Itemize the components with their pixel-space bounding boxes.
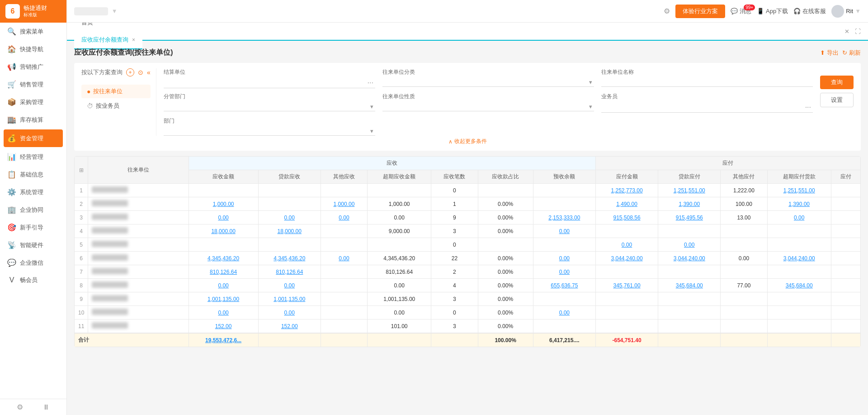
table-cell[interactable]: 810,126.64 [258,265,321,279]
partner-name-cell [88,211,189,224]
partner-category-input[interactable] [384,79,589,86]
table-cell[interactable]: 3,044,240.00 [595,252,658,265]
topbar-gear-icon[interactable]: ⚙ [664,7,670,15]
table-cell[interactable]: 0.00 [189,306,258,320]
table-cell[interactable]: 345,684.00 [658,279,721,292]
table-cell[interactable]: 1,001,135.00 [189,292,258,306]
table-cell[interactable]: 0.00 [658,238,721,252]
sidebar-item-operation[interactable]: 📊经营管理 [0,148,66,166]
dept-manager-input[interactable] [165,103,370,110]
sidebar-item-label: 企业协同 [20,206,43,214]
table-cell[interactable]: 0.00 [595,238,658,252]
partner-name-input[interactable] [603,79,811,86]
table-cell[interactable]: 1,490.00 [595,197,658,211]
sidebar-item-quick-nav[interactable]: 🏠快捷导航 [0,40,66,58]
partner-category-chevron-icon[interactable]: ▾ [589,79,592,86]
sidebar-item-inventory[interactable]: 🏬库存核算 [0,111,66,129]
sidebar-item-purchase[interactable]: 📦采购管理 [0,93,66,111]
salesperson-dots-icon[interactable]: ··· [805,103,811,111]
total-ar-amount[interactable]: 19,553,472,6... [189,333,258,347]
dept-manager-chevron-icon[interactable]: ▾ [370,103,373,110]
table-cell[interactable]: 4,345,436.20 [189,252,258,265]
table-cell[interactable]: 0.00 [258,306,321,320]
tab-ar-ap[interactable]: 应收应付余额查询× [74,31,142,49]
table-cell[interactable]: 0.00 [321,211,367,224]
settlement-unit-dots-icon[interactable]: ··· [368,79,373,87]
table-cell[interactable]: 1,000.00 [321,197,367,211]
close-window-icon[interactable]: ✕ [844,28,849,35]
table-cell[interactable]: 345,684.00 [767,279,831,292]
table-cell[interactable]: 0.00 [258,211,321,224]
department-input[interactable] [165,128,370,134]
sidebar-item-sales[interactable]: 🛒销售管理 [0,76,66,93]
sidebar-collapse-icon[interactable]: ⏸ [42,403,50,411]
sidebar-item-search[interactable]: 🔍搜索菜单 [0,23,66,40]
schema-nav-item-partner[interactable]: ● 按往来单位 [81,85,151,98]
settlement-unit-input[interactable] [165,80,368,86]
query-button[interactable]: 查询 [820,76,854,89]
table-cell[interactable]: 0.00 [533,265,595,279]
sidebar-item-system[interactable]: ⚙️系统管理 [0,183,66,201]
table-cell[interactable]: 1,251,551.00 [767,184,831,197]
table-cell[interactable]: 0.00 [533,224,595,238]
partner-nature-input[interactable] [384,103,589,110]
table-cell[interactable]: 810,126.64 [189,265,258,279]
table-cell[interactable]: 18,000.00 [189,224,258,238]
table-cell[interactable]: 1,000.00 [189,197,258,211]
sidebar-item-enterprise[interactable]: 🏢企业协同 [0,201,66,219]
filter-add-button[interactable]: + [126,68,134,76]
message-btn[interactable]: 💬 消息 99+ [731,7,751,15]
table-cell[interactable]: 915,495.56 [658,211,721,224]
table-cell[interactable]: 0.00 [321,252,367,265]
table-cell[interactable]: 0.00 [258,279,321,292]
table-cell[interactable]: 0.00 [189,279,258,292]
collapse-more-button[interactable]: ∧ 收起更多条件 [448,138,487,145]
table-cell[interactable]: 345,761.00 [595,279,658,292]
department-chevron-icon[interactable]: ▾ [370,128,373,134]
table-cell[interactable]: 18,000.00 [258,224,321,238]
partner-nature-chevron-icon[interactable]: ▾ [589,103,592,110]
sidebar-item-member[interactable]: V畅会员 [0,272,66,289]
table-cell[interactable]: 4,345,436.20 [258,252,321,265]
online-service-btn[interactable]: 🎧 在线客服 [793,7,826,15]
table-cell [658,306,721,320]
table-cell[interactable]: 915,508.56 [595,211,658,224]
filter-scheme-btn[interactable]: ⊙ [138,69,143,76]
table-cell[interactable]: 655,636.75 [533,279,595,292]
schema-nav-item-salesperson[interactable]: ⏱ 按业务员 [81,99,151,113]
table-cell[interactable]: 1,390.00 [767,197,831,211]
table-cell[interactable]: 2,153,333.00 [533,211,595,224]
table-cell[interactable]: 1,390.00 [658,197,721,211]
table-cell[interactable]: 1,001,135.00 [258,292,321,306]
table-cell[interactable]: 0.00 [533,252,595,265]
solution-button[interactable]: 体验行业方案 [675,5,725,18]
table-cell: 13.00 [721,211,767,224]
sidebar-item-basic[interactable]: 📋基础信息 [0,166,66,183]
user-menu[interactable]: Rit ▼ [831,5,861,18]
refresh-button[interactable]: ↻ 刷新 [842,49,861,57]
sidebar-item-finance[interactable]: 💰资金管理 [4,129,63,147]
table-cell[interactable]: 0.00 [189,211,258,224]
table-cell[interactable]: 1,251,551.00 [658,184,721,197]
tab-close-icon[interactable]: × [132,37,135,43]
table-column-settings-icon[interactable]: ⊞ [79,167,84,173]
table-cell[interactable]: 3,044,240.00 [658,252,721,265]
table-cell[interactable]: 152.00 [189,320,258,334]
sidebar-item-newbie[interactable]: 🎯新手引导 [0,219,66,236]
table-cell[interactable]: 1,252,773.00 [595,184,658,197]
sidebar-settings-icon[interactable]: ⚙ [17,403,23,411]
filter-settings-button[interactable]: 设置 [820,93,854,107]
maximize-window-icon[interactable]: ⛶ [855,28,861,35]
table-cell[interactable]: 0.00 [767,211,831,224]
sidebar-item-hardware[interactable]: 📡智能硬件 [0,236,66,254]
export-button[interactable]: ⬆ 导出 [820,49,839,57]
app-download-btn[interactable]: 📱 App下载 [757,7,788,15]
table-cell[interactable]: 0.00 [533,306,595,320]
salesperson-input[interactable] [603,104,805,111]
table-cell[interactable]: 152.00 [258,320,321,334]
sidebar-item-marketing[interactable]: 📢营销推广 [0,58,66,76]
table-cell[interactable]: 3,044,240.00 [767,252,831,265]
table-cell: 0.00 [368,306,431,320]
sidebar-item-wechat[interactable]: 💬企业微信 [0,254,66,272]
filter-collapse-btn[interactable]: « [147,69,151,76]
